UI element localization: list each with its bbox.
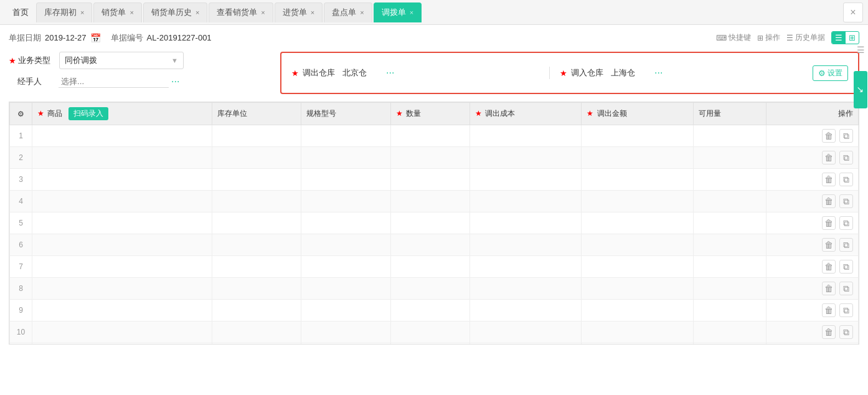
in-warehouse-value: 上海仓 bbox=[611, 67, 648, 79]
items-table-container: ⚙ ★ 商品 扫码录入 库存单位 规格型号 ★ 数量 bbox=[9, 102, 859, 345]
sidebar-list-icon[interactable]: ☰ bbox=[854, 31, 867, 69]
history-icon: ☰ bbox=[786, 34, 793, 42]
calendar-icon[interactable]: 📅 bbox=[90, 33, 101, 43]
table-row: 9 🗑⧉ bbox=[10, 300, 859, 321]
doc-no-field: 单据编号 AL-20191227-001 bbox=[111, 32, 212, 44]
biz-type-select[interactable]: 同价调拨 ▼ bbox=[59, 52, 184, 69]
view-list-btn[interactable]: ☰ bbox=[832, 32, 846, 44]
biz-type-field: ★ 业务类型 同价调拨 ▼ bbox=[9, 52, 270, 69]
grid-icon: ⊞ bbox=[757, 34, 763, 42]
table-row: 3 🗑⧉ bbox=[10, 169, 859, 191]
row-copy-btn[interactable]: ⧉ bbox=[839, 151, 853, 164]
col-available: 可用量 bbox=[693, 103, 766, 125]
row-delete-btn[interactable]: 🗑 bbox=[822, 260, 836, 274]
header-actions: ⌨ 快捷键 ⊞ 操作 ☰ 历史单据 ☰ ⊞ bbox=[716, 31, 859, 44]
row-delete-btn[interactable]: 🗑 bbox=[822, 303, 836, 317]
row-copy-btn[interactable]: ⧉ bbox=[839, 238, 853, 252]
tab-close-sales-history[interactable]: × bbox=[196, 9, 199, 16]
row-copy-btn[interactable]: ⧉ bbox=[839, 303, 853, 317]
table-row: 11 🗑⧉ bbox=[10, 343, 859, 345]
warehouse-box: ★ 调出仓库 北京仓 ··· ★ 调入仓库 上海仓 ··· ⚙ 设置 bbox=[280, 52, 859, 94]
keyboard-icon: ⌨ bbox=[716, 34, 727, 42]
biz-type-required: ★ bbox=[9, 56, 16, 65]
items-table: ⚙ ★ 商品 扫码录入 库存单位 规格型号 ★ 数量 bbox=[9, 102, 859, 345]
tab-close-stocktake[interactable]: × bbox=[360, 9, 364, 16]
shortcuts-btn[interactable]: ⌨ 快捷键 bbox=[716, 32, 751, 43]
row-copy-btn[interactable]: ⧉ bbox=[839, 194, 853, 208]
row-delete-btn[interactable]: 🗑 bbox=[822, 282, 836, 295]
row-copy-btn[interactable]: ⧉ bbox=[839, 173, 853, 186]
tab-stocktake[interactable]: 盘点单 × bbox=[324, 2, 372, 22]
tab-transfer[interactable]: 调拨单 × bbox=[374, 2, 422, 22]
col-product: ★ 商品 扫码录入 bbox=[32, 103, 212, 125]
gear-icon: ⚙ bbox=[818, 69, 826, 78]
table-row: 7 🗑⧉ bbox=[10, 256, 859, 278]
row-copy-btn[interactable]: ⧉ bbox=[839, 129, 853, 143]
out-warehouse-field: ★ 调出仓库 北京仓 ··· bbox=[291, 67, 539, 79]
table-row: 1 🗑⧉ bbox=[10, 125, 859, 147]
warehouse-divider bbox=[549, 67, 550, 79]
table-row: 6 🗑⧉ bbox=[10, 234, 859, 256]
table-row: 2 🗑⧉ bbox=[10, 147, 859, 169]
handler-more-btn[interactable]: ··· bbox=[169, 77, 182, 87]
doc-no-value: AL-20191227-001 bbox=[147, 33, 212, 42]
col-spec: 规格型号 bbox=[301, 103, 391, 125]
scan-input-btn[interactable]: 扫码录入 bbox=[68, 107, 108, 120]
row-delete-btn[interactable]: 🗑 bbox=[822, 129, 836, 143]
row-delete-btn[interactable]: 🗑 bbox=[822, 325, 836, 339]
out-warehouse-value: 北京仓 bbox=[342, 67, 380, 79]
handler-field: 经手人 ··· bbox=[9, 75, 270, 88]
tab-close-inventory[interactable]: × bbox=[80, 9, 84, 16]
tab-view-sales[interactable]: 查看销货单 × bbox=[209, 2, 273, 22]
row-copy-btn[interactable]: ⧉ bbox=[839, 216, 853, 230]
row-delete-btn[interactable]: 🗑 bbox=[822, 194, 836, 208]
window-close-btn[interactable]: × bbox=[843, 2, 863, 22]
tab-sales-order[interactable]: 销货单 × bbox=[93, 2, 141, 22]
table-header-row: ⚙ ★ 商品 扫码录入 库存单位 规格型号 ★ 数量 bbox=[10, 103, 859, 125]
tab-close-purchase[interactable]: × bbox=[311, 9, 314, 16]
doc-header: 单据日期 2019-12-27 📅 单据编号 AL-20191227-001 ⌨… bbox=[9, 31, 859, 44]
col-gear[interactable]: ⚙ bbox=[10, 103, 32, 125]
col-qty: ★ 数量 bbox=[390, 103, 469, 125]
table-row: 8 🗑⧉ bbox=[10, 278, 859, 300]
col-amount: ★ 调出金额 bbox=[582, 103, 694, 125]
dropdown-arrow-icon: ▼ bbox=[171, 57, 178, 64]
col-ops: 操作 bbox=[766, 103, 858, 125]
tab-bar: 首页 库存期初 × 销货单 × 销货单历史 × 查看销货单 × 进货单 × 盘点… bbox=[0, 0, 868, 25]
row-copy-btn[interactable]: ⧉ bbox=[839, 260, 853, 274]
in-warehouse-more-btn[interactable]: ··· bbox=[652, 68, 665, 78]
setting-button[interactable]: ⚙ 设置 bbox=[813, 65, 848, 81]
table-row: 5 🗑⧉ bbox=[10, 212, 859, 234]
sidebar-export-icon[interactable]: ↗ bbox=[854, 71, 867, 108]
row-copy-btn[interactable]: ⧉ bbox=[839, 325, 853, 339]
out-warehouse-more-btn[interactable]: ··· bbox=[384, 68, 397, 78]
table-row: 10 🗑⧉ bbox=[10, 321, 859, 343]
row-copy-btn[interactable]: ⧉ bbox=[839, 282, 853, 295]
doc-date-field: 单据日期 2019-12-27 📅 bbox=[9, 32, 101, 44]
tab-home[interactable]: 首页 bbox=[5, 7, 36, 18]
ops-btn[interactable]: ⊞ 操作 bbox=[757, 32, 780, 43]
table-gear-icon[interactable]: ⚙ bbox=[17, 110, 24, 118]
history-btn[interactable]: ☰ 历史单据 bbox=[786, 32, 825, 43]
row-delete-btn[interactable]: 🗑 bbox=[822, 238, 836, 252]
tab-close-sales[interactable]: × bbox=[130, 9, 133, 16]
form-left-panel: ★ 业务类型 同价调拨 ▼ 经手人 ··· bbox=[9, 52, 270, 94]
table-row: 4 🗑⧉ bbox=[10, 191, 859, 212]
handler-input[interactable] bbox=[59, 75, 169, 88]
tab-close-transfer[interactable]: × bbox=[410, 9, 413, 16]
row-delete-btn[interactable]: 🗑 bbox=[822, 216, 836, 230]
row-delete-btn[interactable]: 🗑 bbox=[822, 151, 836, 164]
tab-purchase[interactable]: 进货单 × bbox=[275, 2, 323, 22]
col-cost: ★ 调出成本 bbox=[469, 103, 582, 125]
in-warehouse-field: ★ 调入仓库 上海仓 ··· bbox=[560, 67, 808, 79]
form-section: ★ 业务类型 同价调拨 ▼ 经手人 ··· ★ 调出仓库 bbox=[9, 52, 859, 94]
right-sidebar: ☰ ↗ bbox=[853, 25, 868, 395]
row-delete-btn[interactable]: 🗑 bbox=[822, 173, 836, 186]
tab-inventory-init[interactable]: 库存期初 × bbox=[36, 2, 92, 22]
col-unit: 库存单位 bbox=[212, 103, 301, 125]
doc-date-value: 2019-12-27 bbox=[45, 33, 87, 42]
tab-sales-history[interactable]: 销货单历史 × bbox=[143, 2, 207, 22]
tab-close-view-sales[interactable]: × bbox=[261, 9, 265, 16]
